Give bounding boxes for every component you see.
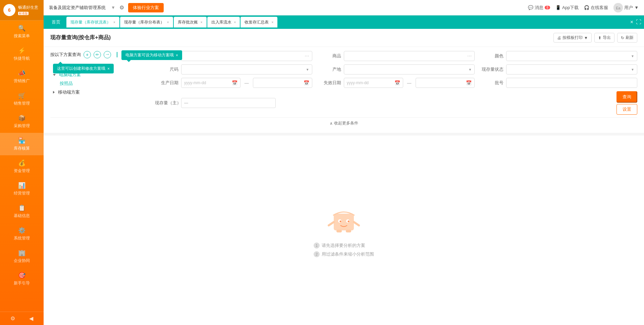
marketing-icon: 📣	[18, 69, 25, 77]
batch-field: 批号	[480, 78, 637, 88]
tooltip-1-close[interactable]: ×	[176, 53, 178, 58]
tooltip-text-2: 这里可以创建和修改方案哦	[57, 66, 105, 71]
batch-label: 批号	[480, 80, 503, 86]
expiry-date-end-input[interactable]: 📅	[416, 78, 475, 88]
expand-icon-mobile	[53, 91, 55, 94]
warehouse-input[interactable]: ···	[181, 51, 312, 61]
form-row-2: 尺码 ▼ 产地 ▼	[155, 64, 637, 74]
sidebar-settings-btn[interactable]: ⚙	[10, 315, 15, 322]
color-input[interactable]: ▼	[506, 51, 637, 61]
sidebar-nav: 🔍 搜索菜单 ⚡ 快捷导航 📣 营销推广 🛒 销售管理 📦 采购管理 🏪 库存核…	[0, 20, 44, 312]
tooltip-arrow-down	[127, 60, 131, 62]
expiry-date-calendar-icon: 📅	[394, 80, 400, 86]
size-input[interactable]: ▼	[181, 64, 312, 74]
filter-label: 按以下方案查询	[50, 52, 81, 58]
settings-btn[interactable]: 设置	[616, 104, 637, 115]
sidebar-item-label: 搜索菜单	[14, 33, 30, 39]
sidebar-item-finance[interactable]: 💰 资金管理	[0, 155, 44, 178]
prod-date-label: 生产日期	[155, 80, 178, 86]
collapse-bar[interactable]: ∧ 收起更多条件	[50, 117, 637, 129]
user-dropdown-icon: ▼	[634, 5, 639, 10]
sidebar-item-basic[interactable]: 📋 基础信息	[0, 200, 44, 223]
scheme-tree: 电脑端方案 按照品 移动端方案	[50, 70, 151, 97]
origin-field: 产地 ▼	[318, 64, 475, 74]
message-icon: 💬	[528, 5, 533, 10]
system-dropdown-icon[interactable]: ▼	[111, 5, 115, 10]
sidebar-item-quicknav[interactable]: ⚡ 快捷导航	[0, 43, 44, 65]
template-print-btn[interactable]: 🖨 按模板打印 ▼	[553, 33, 592, 43]
tab-inout-flow-close[interactable]: ×	[234, 20, 236, 24]
settings-gear-btn[interactable]: ⚙	[119, 4, 124, 11]
user-area[interactable]: Ea 用户 ▼	[613, 3, 639, 12]
tab-inventory-dist-close[interactable]: ×	[167, 20, 169, 24]
sidebar-item-label: 经营管理	[14, 191, 30, 196]
export-btn[interactable]: ⬆ 导出	[594, 33, 614, 43]
add-scheme-btn[interactable]: +	[84, 51, 91, 58]
sidebar-item-search[interactable]: 🔍 搜索菜单	[0, 20, 44, 43]
scheme-pc-item1[interactable]: 按照品	[57, 79, 151, 88]
fullscreen-btn[interactable]: ⛶	[636, 19, 641, 25]
expiry-date-separator: —	[407, 80, 412, 86]
tab-inventory-status-close[interactable]: ×	[113, 20, 115, 24]
edit-scheme-btn[interactable]: ✏	[94, 51, 101, 58]
sales-icon: 🛒	[18, 92, 25, 99]
message-btn[interactable]: 💬 消息 8	[528, 5, 550, 11]
step-2-num: 2	[314, 251, 320, 257]
tab-batch-account-close[interactable]: ×	[201, 20, 203, 24]
sidebar-item-label: 资金管理	[14, 168, 30, 174]
sidebar: 6 畅通好生意 标准版 🔍 搜索菜单 ⚡ 快捷导航 📣 营销推广 🛒 销售管理 …	[0, 0, 44, 325]
sidebar-item-enterprise[interactable]: 🏢 企业协同	[0, 245, 44, 268]
message-badge: 8	[545, 6, 550, 9]
main-area: 装备及固定资产辅助管理系统 ▼ ⚙ 体验行业方案 💬 消息 8 📱 App下载 …	[44, 0, 644, 325]
tab-collect-summary-close[interactable]: ×	[271, 20, 273, 24]
tab-inout-flow[interactable]: 出入库流水 ×	[207, 17, 240, 28]
expiry-date-input[interactable]: yyyy-mm-dd 📅	[344, 78, 403, 88]
sidebar-item-system[interactable]: ⚙️ 系统管理	[0, 223, 44, 245]
product-input[interactable]: ···	[344, 51, 475, 61]
origin-input[interactable]: ▼	[344, 64, 475, 74]
batch-input[interactable]	[506, 78, 637, 88]
step-1-num: 1	[314, 242, 320, 249]
form-row-3: 生产日期 yyyy-mm-dd 📅 — 📅	[155, 78, 637, 88]
tab-right-actions: × ⛶	[630, 19, 641, 25]
app-download-btn[interactable]: 📱 App下载	[555, 5, 579, 11]
trial-btn[interactable]: 体验行业方案	[128, 3, 164, 12]
refresh-btn[interactable]: ↻ 刷新	[617, 33, 637, 43]
query-btn-group: 查询 设置	[616, 91, 637, 115]
tab-collect-summary[interactable]: 收发存汇总表 ×	[240, 17, 277, 28]
tab-inout-flow-label: 出入库流水	[211, 19, 231, 25]
refresh-icon: ↻	[621, 36, 624, 40]
tab-home[interactable]: 首页	[46, 15, 66, 29]
support-icon: 🎧	[584, 5, 589, 10]
back-btn[interactable]: ←	[104, 51, 111, 58]
expiry-date-label: 失效日期	[318, 80, 341, 86]
app-download-label: App下载	[562, 5, 579, 11]
sidebar-collapse-btn[interactable]: ◀	[29, 315, 33, 322]
cursor-indicator	[117, 52, 117, 57]
sidebar-item-sales[interactable]: 🛒 销售管理	[0, 88, 44, 110]
sidebar-item-marketing[interactable]: 📣 营销推广	[0, 65, 44, 88]
close-all-tabs-btn[interactable]: ×	[630, 19, 633, 25]
online-support-btn[interactable]: 🎧 在线客服	[584, 5, 608, 11]
tab-inventory-status[interactable]: 现存量（库存状况表） ×	[66, 17, 119, 28]
collapse-label: 收起更多条件	[334, 120, 358, 126]
sidebar-item-guide[interactable]: 🎯 新手引导	[0, 268, 44, 290]
message-label: 消息	[535, 5, 543, 11]
origin-arrow: ▼	[468, 68, 472, 71]
stock-status-input[interactable]: ▼	[506, 64, 637, 74]
stock-main-input[interactable]: —	[181, 98, 276, 108]
prod-date-end-input[interactable]: 📅	[253, 78, 312, 88]
quicknav-icon: ⚡	[18, 47, 25, 54]
tooltip-2-close[interactable]: ×	[107, 66, 110, 71]
tab-inventory-dist[interactable]: 现存量（库存分布表） ×	[120, 17, 173, 28]
sidebar-item-purchase[interactable]: 📦 采购管理	[0, 110, 44, 133]
scheme-pc-children: 按照品	[50, 79, 151, 88]
tooltip-scheme-mobile: 电脑方案可设为移动方案哦 ×	[121, 50, 182, 60]
sidebar-item-inventory[interactable]: 🏪 库存核算	[0, 133, 44, 155]
tab-batch-account[interactable]: 库存批次账 ×	[174, 17, 207, 28]
query-btn[interactable]: 查询	[616, 91, 637, 103]
scheme-mobile-group[interactable]: 移动端方案	[50, 88, 151, 97]
expand-icon-pc	[53, 74, 56, 76]
prod-date-input[interactable]: yyyy-mm-dd 📅	[181, 78, 240, 88]
sidebar-item-operations[interactable]: 📊 经营管理	[0, 178, 44, 200]
